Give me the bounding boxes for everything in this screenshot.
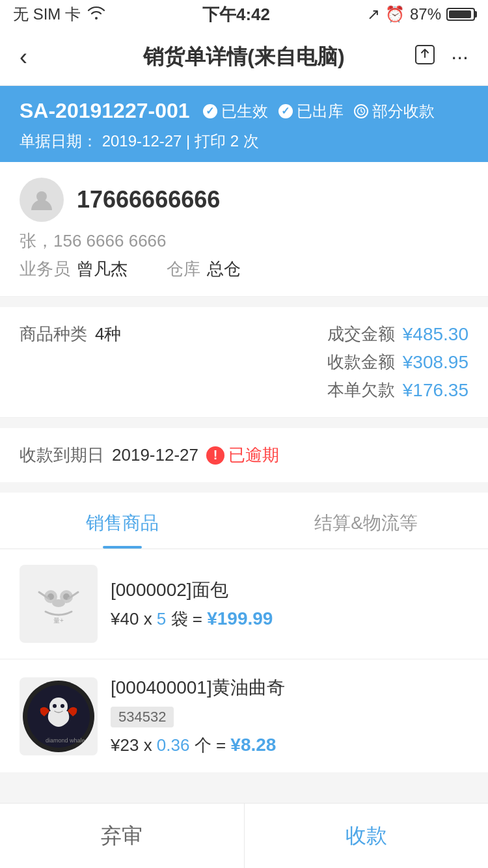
status-time: 下午4:42 [202,3,270,26]
amount-value: ¥485.30 [403,324,468,345]
product-item: 量+ [0000002]面包 ¥40 x 5 袋 = ¥199.99 [0,549,488,658]
share-button[interactable] [414,44,435,70]
product-badge-2: 534532 [111,707,174,727]
product-type-item: 商品种类 4种 [20,323,121,346]
battery-percent: 87% [410,5,441,23]
svg-text:量+: 量+ [53,617,64,624]
svg-point-11 [53,704,57,708]
salesman-item: 业务员 曾凡杰 [20,258,128,280]
bottom-bar: 弃审 收款 [0,803,488,868]
location-icon: ↗ [367,5,380,23]
customer-phone: 17666666666 [77,186,220,213]
page-title: 销货单详情(来自电脑) [143,43,344,72]
status-bar: 无 SIM 卡 下午4:42 ↗ ⏰ 87% [0,0,488,29]
price-total-1: ¥199.99 [207,608,273,629]
product-item-2: diamond whale [000400001]黄油曲奇 534532 ¥23… [0,660,488,772]
more-button[interactable]: ··· [451,45,468,69]
product-name-2: [000400001]黄油曲奇 [111,675,468,700]
tabs-header: 销售商品 结算&物流等 [0,493,488,549]
price-base-2: ¥23 [111,735,139,755]
customer-name-phone: 张，156 6666 6666 [20,230,468,252]
status-partial: 部分收款 [354,101,435,122]
warning-icon: ! [206,446,224,465]
product-thumb-1: 量+ [20,565,98,643]
price-qty-2: 0.36 [157,735,190,755]
status-shipped: ✓ 已出库 [278,101,344,122]
product-price-2: ¥23 x 0.36 个 = ¥8.28 [111,734,468,757]
warehouse-label: 仓库 [167,258,200,280]
product-info-2: [000400001]黄油曲奇 534532 ¥23 x 0.36 个 = ¥8… [111,675,468,757]
product-type-label: 商品种类 [20,323,87,346]
nav-bar: ‹ 销货单详情(来自电脑) ··· [0,29,488,86]
tab-settlement[interactable]: 结算&物流等 [244,493,488,549]
product-thumb-2: diamond whale [20,677,98,755]
debt-value: ¥176.35 [403,380,468,401]
tabs-section: 销售商品 结算&物流等 [0,493,488,549]
confirm-button[interactable]: 收款 [245,804,489,868]
back-button[interactable]: ‹ [13,37,34,77]
received-label: 收款金额 [327,351,395,373]
banner-date-row: 单据日期： 2019-12-27 | 打印 2 次 [20,131,468,152]
price-base-1: ¥40 [111,609,139,629]
price-qty-1: 5 [157,609,166,629]
product-type-count: 4种 [95,323,121,346]
product-price-1: ¥40 x 5 袋 = ¥199.99 [111,608,468,631]
status-badges: ✓ 已生效 ✓ 已出库 部分收款 [203,101,435,122]
salesman-label: 业务员 [20,258,70,280]
salesman-value: 曾凡杰 [77,258,128,280]
dark-thumb-icon: diamond whale [23,681,94,752]
warehouse-item: 仓库 总仓 [167,258,241,280]
svg-point-12 [61,704,64,708]
order-header: SA-20191227-001 ✓ 已生效 ✓ 已出库 部分收款 [0,86,488,162]
avatar [20,178,64,222]
svg-text:diamond whale: diamond whale [46,737,85,744]
order-id: SA-20191227-001 [20,99,190,123]
svg-point-7 [52,599,65,607]
received-item: 收款金额 ¥308.95 [327,351,468,373]
summary-right: 成交金额 ¥485.30 收款金额 ¥308.95 本单欠款 ¥176.35 [327,323,468,401]
overdue-badge: ! 已逾期 [206,444,279,467]
clock-icon [354,104,368,118]
received-value: ¥308.95 [403,352,468,373]
product-name-1: [0000002]面包 [111,578,468,603]
due-date: 2019-12-27 [112,445,198,465]
product-list: 量+ [0000002]面包 ¥40 x 5 袋 = ¥199.99 [0,549,488,772]
owl-logo: 量+ [33,576,85,632]
summary-section: 商品种类 4种 成交金额 ¥485.30 收款金额 ¥308.95 本单欠款 ¥… [0,307,488,418]
tab-sales-products[interactable]: 销售商品 [0,493,244,549]
due-label: 收款到期日 [20,444,104,467]
check-icon-2: ✓ [278,104,293,118]
battery-icon [446,8,475,21]
overdue-text: 已逾期 [228,444,279,467]
cancel-button[interactable]: 弃审 [0,804,245,868]
summary-left: 商品种类 4种 [20,323,121,401]
due-section: 收款到期日 2019-12-27 ! 已逾期 [0,428,488,482]
banner-row1: SA-20191227-001 ✓ 已生效 ✓ 已出库 部分收款 [20,99,468,123]
product-info-1: [0000002]面包 ¥40 x 5 袋 = ¥199.99 [111,578,468,631]
status-right: ↗ ⏰ 87% [367,5,475,23]
warehouse-value: 总仓 [207,258,241,280]
amount-item: 成交金额 ¥485.30 [327,323,468,346]
customer-section: 17666666666 张，156 6666 6666 业务员 曾凡杰 仓库 总… [0,162,488,297]
carrier-text: 无 SIM 卡 [13,4,81,25]
status-effected: ✓ 已生效 [203,101,268,122]
debt-label: 本单欠款 [327,379,395,401]
price-unit-1: 袋 [171,609,188,629]
debt-item: 本单欠款 ¥176.35 [327,379,468,401]
alarm-icon: ⏰ [385,5,405,23]
price-total-2: ¥8.28 [230,735,276,755]
check-icon: ✓ [203,104,217,118]
customer-header: 17666666666 [20,178,468,222]
wifi-icon [87,5,105,23]
summary-grid: 商品种类 4种 成交金额 ¥485.30 收款金额 ¥308.95 本单欠款 ¥… [20,323,468,401]
nav-actions: ··· [414,44,468,70]
amount-label: 成交金额 [327,323,395,346]
price-unit-2: 个 [195,735,211,755]
customer-meta: 业务员 曾凡杰 仓库 总仓 [20,258,468,280]
status-left: 无 SIM 卡 [13,4,105,25]
